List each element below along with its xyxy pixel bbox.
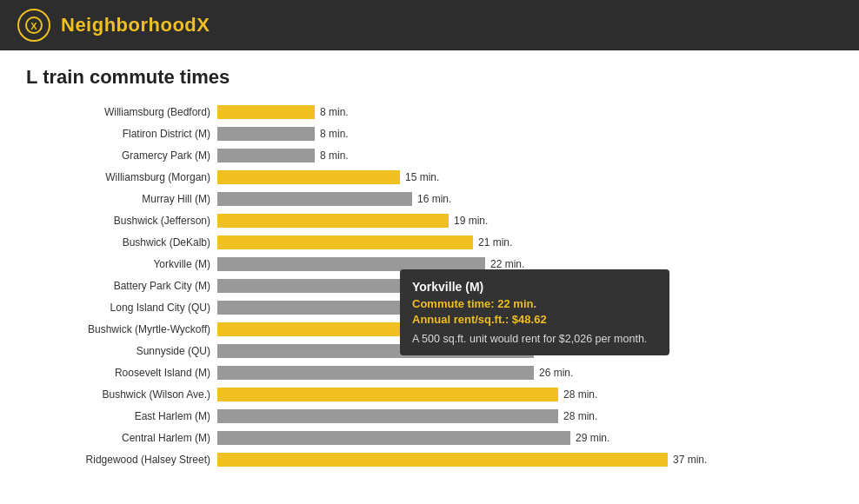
bar-label: Roosevelt Island (M)	[26, 367, 217, 379]
bar-fill	[217, 127, 315, 141]
bar-label: Flatiron District (M)	[26, 128, 217, 140]
bar-label: Battery Park City (M)	[26, 280, 217, 292]
bar-value: 37 min.	[673, 454, 707, 466]
bar-value: 15 min.	[405, 171, 439, 183]
bar-value: 16 min.	[417, 193, 451, 205]
bar-fill	[217, 431, 570, 445]
bar-label: Ridgewood (Halsey Street)	[26, 454, 217, 466]
bar-row: Central Harlem (M)29 min.	[26, 428, 833, 448]
bar-label: Bushwick (Jefferson)	[26, 215, 217, 227]
tooltip-rent: Annual rent/sq.ft.: $48.62	[412, 313, 657, 326]
bar-container: 8 min.	[217, 105, 833, 119]
tooltip-commute-value: 22 min.	[497, 297, 536, 310]
bar-fill	[217, 453, 668, 467]
bar-row: East Harlem (M)28 min.	[26, 407, 833, 426]
bar-container: 15 min.	[217, 170, 833, 184]
bar-row: Bushwick (Wilson Ave.)28 min.	[26, 385, 833, 404]
bar-fill	[217, 214, 449, 228]
bar-label: East Harlem (M)	[26, 410, 217, 422]
main-content: L train commute times Williamsburg (Bedf…	[0, 50, 859, 481]
bar-label: Bushwick (Myrtle-Wyckoff)	[26, 323, 217, 335]
bar-fill	[217, 409, 558, 423]
bar-label: Bushwick (Wilson Ave.)	[26, 388, 217, 401]
svg-text:X: X	[30, 21, 37, 31]
bar-row: Flatiron District (M)8 min.	[26, 124, 833, 143]
tooltip-commute: Commute time: 22 min.	[412, 297, 657, 310]
bar-fill	[217, 388, 558, 401]
tooltip: Yorkville (M) Commute time: 22 min. Annu…	[400, 269, 669, 355]
bar-label: Murray Hill (M)	[26, 193, 217, 205]
bar-row: Ridgewood (Halsey Street)37 min.	[26, 450, 833, 469]
header: X NeighborhoodX	[0, 0, 859, 50]
bar-container: 8 min.	[217, 149, 833, 162]
bar-label: Central Harlem (M)	[26, 432, 217, 444]
bar-container: 28 min.	[217, 409, 833, 423]
bar-fill	[217, 149, 315, 162]
bar-value: 21 min.	[478, 236, 512, 249]
bar-row: Bushwick (DeKalb)21 min.	[26, 233, 833, 252]
bar-fill	[217, 105, 315, 119]
bar-row: Gramercy Park (M)8 min.	[26, 146, 833, 165]
bar-label: Long Island City (QU)	[26, 302, 217, 314]
bar-value: 29 min.	[576, 432, 609, 444]
logo-text: NeighborhoodX	[61, 14, 210, 36]
tooltip-description: A 500 sq.ft. unit would rent for $2,026 …	[412, 333, 657, 345]
bar-row: Williamsburg (Bedford)8 min.	[26, 103, 833, 122]
bar-container: 8 min.	[217, 127, 833, 141]
bar-container: 21 min.	[217, 235, 833, 249]
bar-value: 8 min.	[320, 149, 349, 162]
bar-row: Bushwick (Jefferson)19 min.	[26, 211, 833, 230]
bar-row: Williamsburg (Morgan)15 min.	[26, 168, 833, 187]
bar-fill	[217, 366, 534, 380]
bar-fill	[217, 192, 412, 206]
logo-icon: X	[17, 9, 50, 42]
bar-value: 28 min.	[563, 388, 597, 401]
bar-container: 29 min.	[217, 431, 833, 445]
bar-container: 28 min.	[217, 388, 833, 401]
bar-label: Williamsburg (Bedford)	[26, 106, 217, 118]
bar-value: 19 min.	[454, 215, 488, 227]
bar-value: 28 min.	[563, 410, 597, 422]
tooltip-title: Yorkville (M)	[412, 280, 657, 294]
bar-container: 37 min.	[217, 453, 833, 467]
bar-value: 22 min.	[490, 258, 524, 270]
bar-label: Gramercy Park (M)	[26, 149, 217, 162]
bar-container: 26 min.	[217, 366, 833, 380]
bar-value: 8 min.	[320, 128, 349, 140]
tooltip-rent-value: $48.62	[512, 313, 547, 326]
bar-row: Roosevelt Island (M)26 min.	[26, 363, 833, 382]
bar-fill	[217, 170, 400, 184]
bar-label: Bushwick (DeKalb)	[26, 236, 217, 249]
tooltip-rent-label: Annual rent/sq.ft.:	[412, 313, 509, 326]
bar-value: 8 min.	[320, 106, 349, 118]
bar-container: 19 min.	[217, 214, 833, 228]
tooltip-commute-label: Commute time:	[412, 297, 495, 310]
bar-fill	[217, 235, 473, 249]
bar-row: Murray Hill (M)16 min.	[26, 189, 833, 209]
bar-container: 16 min.	[217, 192, 833, 206]
bar-label: Yorkville (M)	[26, 258, 217, 270]
bar-value: 26 min.	[539, 367, 573, 379]
bar-label: Sunnyside (QU)	[26, 345, 217, 357]
bar-label: Williamsburg (Morgan)	[26, 171, 217, 183]
page-title: L train commute times	[26, 66, 833, 89]
